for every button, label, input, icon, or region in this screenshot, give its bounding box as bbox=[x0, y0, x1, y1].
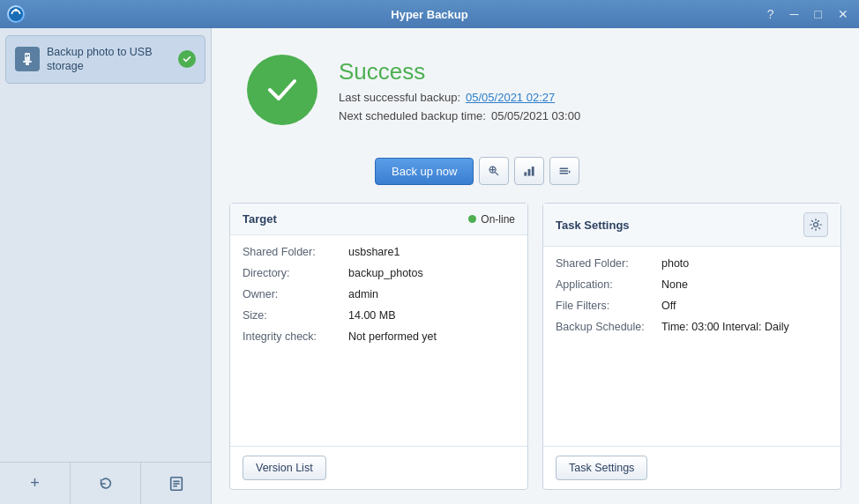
online-label: On-line bbox=[481, 213, 515, 226]
sidebar: Backup photo to USB storage + bbox=[0, 28, 212, 504]
task-panel-footer: Task Settings bbox=[543, 446, 840, 489]
task-settings-icon-button[interactable] bbox=[803, 212, 828, 237]
restore-button[interactable] bbox=[71, 463, 141, 504]
status-check-icon bbox=[178, 50, 196, 68]
sidebar-item-label: Backup photo to USB storage bbox=[47, 45, 171, 74]
status-title: Success bbox=[339, 58, 580, 85]
main-container: Backup photo to USB storage + bbox=[0, 28, 859, 504]
last-backup-label: Last successful backup: bbox=[339, 91, 460, 104]
sidebar-bottom: + bbox=[0, 462, 211, 504]
title-bar: Hyper Backup ? ─ □ ✕ bbox=[0, 0, 859, 28]
target-panel: Target On-line Shared Folder: usbshare1 … bbox=[229, 203, 528, 490]
online-dot bbox=[468, 215, 476, 223]
minimize-button[interactable]: ─ bbox=[787, 6, 803, 22]
app-icon bbox=[7, 5, 25, 23]
next-backup-value: 05/05/2021 03:00 bbox=[491, 109, 580, 122]
shared-folder-row: Shared Folder: usbshare1 bbox=[243, 246, 515, 258]
owner-value: admin bbox=[348, 288, 378, 300]
task-panel-body: Shared Folder: photo Application: None F… bbox=[543, 247, 840, 446]
svg-rect-18 bbox=[560, 168, 569, 169]
title-bar-left bbox=[7, 5, 25, 23]
svg-rect-5 bbox=[26, 55, 27, 57]
task-panel-title: Task Settings bbox=[556, 219, 630, 232]
status-info: Success Last successful backup: 05/05/20… bbox=[339, 58, 580, 122]
svg-rect-3 bbox=[23, 61, 32, 63]
task-shared-folder-value: photo bbox=[661, 257, 689, 270]
maximize-button[interactable]: □ bbox=[811, 6, 825, 22]
online-status: On-line bbox=[468, 213, 515, 226]
svg-marker-21 bbox=[569, 170, 571, 174]
add-task-button[interactable]: + bbox=[0, 463, 71, 504]
shared-folder-label: Shared Folder: bbox=[243, 246, 348, 258]
action-bar: Back up now bbox=[212, 157, 859, 203]
svg-rect-15 bbox=[525, 172, 527, 175]
file-filters-row: File Filters: Off bbox=[556, 300, 828, 312]
task-settings-button[interactable]: Task Settings bbox=[556, 456, 647, 480]
target-panel-header: Target On-line bbox=[230, 204, 527, 235]
last-backup-link[interactable]: 05/05/2021 02:27 bbox=[466, 91, 555, 104]
owner-label: Owner: bbox=[243, 288, 348, 300]
svg-line-12 bbox=[496, 172, 499, 175]
owner-row: Owner: admin bbox=[243, 288, 515, 300]
back-up-now-button[interactable]: Back up now bbox=[375, 158, 474, 185]
svg-rect-20 bbox=[560, 173, 569, 174]
task-shared-folder-label: Shared Folder: bbox=[556, 257, 661, 270]
app-title: Hyper Backup bbox=[391, 8, 467, 21]
target-panel-body: Shared Folder: usbshare1 Directory: back… bbox=[230, 235, 527, 446]
integrity-value: Not performed yet bbox=[348, 330, 437, 343]
task-panel-header: Task Settings bbox=[543, 204, 840, 247]
close-button[interactable]: ✕ bbox=[834, 6, 852, 22]
integrity-row: Integrity check: Not performed yet bbox=[243, 330, 515, 343]
status-section: Success Last successful backup: 05/05/20… bbox=[212, 28, 859, 157]
application-label: Application: bbox=[556, 278, 661, 291]
menu-button[interactable] bbox=[549, 157, 579, 185]
svg-rect-16 bbox=[528, 169, 531, 176]
status-row: Success Last successful backup: 05/05/20… bbox=[247, 55, 824, 125]
directory-label: Directory: bbox=[243, 267, 348, 279]
shared-folder-value: usbshare1 bbox=[348, 246, 400, 258]
svg-rect-17 bbox=[532, 167, 534, 176]
next-backup-label: Next scheduled backup time: bbox=[339, 109, 486, 122]
svg-rect-6 bbox=[28, 55, 30, 56]
size-row: Size: 14.00 MB bbox=[243, 309, 515, 322]
file-filters-value: Off bbox=[661, 300, 676, 312]
help-button[interactable]: ? bbox=[764, 6, 778, 22]
window-controls: ? ─ □ ✕ bbox=[764, 6, 852, 22]
statistics-button[interactable] bbox=[514, 157, 544, 185]
task-shared-folder-row: Shared Folder: photo bbox=[556, 257, 828, 270]
svg-rect-19 bbox=[560, 170, 569, 171]
success-icon bbox=[247, 55, 317, 125]
target-panel-title: Target bbox=[243, 212, 277, 226]
log-button[interactable] bbox=[141, 463, 211, 504]
content-area: Success Last successful backup: 05/05/20… bbox=[212, 28, 859, 504]
application-value: None bbox=[661, 278, 688, 291]
last-backup-row: Last successful backup: 05/05/2021 02:27 bbox=[339, 91, 580, 104]
backup-schedule-value: Time: 03:00 Interval: Daily bbox=[661, 321, 789, 333]
svg-rect-4 bbox=[26, 63, 29, 65]
svg-point-1 bbox=[14, 9, 18, 12]
task-panel: Task Settings Shared Folder: photo bbox=[542, 203, 841, 490]
backup-schedule-label: Backup Schedule: bbox=[556, 321, 661, 333]
search-versions-button[interactable] bbox=[479, 157, 509, 185]
next-backup-row: Next scheduled backup time: 05/05/2021 0… bbox=[339, 109, 580, 122]
directory-value: backup_photos bbox=[348, 267, 423, 279]
svg-point-22 bbox=[814, 223, 818, 227]
usb-icon bbox=[15, 47, 40, 71]
sidebar-item-backup[interactable]: Backup photo to USB storage bbox=[5, 35, 205, 84]
application-row: Application: None bbox=[556, 278, 828, 291]
size-label: Size: bbox=[243, 309, 348, 322]
file-filters-label: File Filters: bbox=[556, 300, 661, 312]
panels-row: Target On-line Shared Folder: usbshare1 … bbox=[212, 203, 859, 504]
version-list-button[interactable]: Version List bbox=[243, 456, 326, 480]
svg-rect-2 bbox=[25, 53, 30, 61]
integrity-label: Integrity check: bbox=[243, 330, 348, 343]
sidebar-content: Backup photo to USB storage bbox=[0, 28, 211, 462]
backup-schedule-row: Backup Schedule: Time: 03:00 Interval: D… bbox=[556, 321, 828, 333]
directory-row: Directory: backup_photos bbox=[243, 267, 515, 279]
size-value: 14.00 MB bbox=[348, 309, 396, 322]
target-panel-footer: Version List bbox=[230, 446, 527, 489]
